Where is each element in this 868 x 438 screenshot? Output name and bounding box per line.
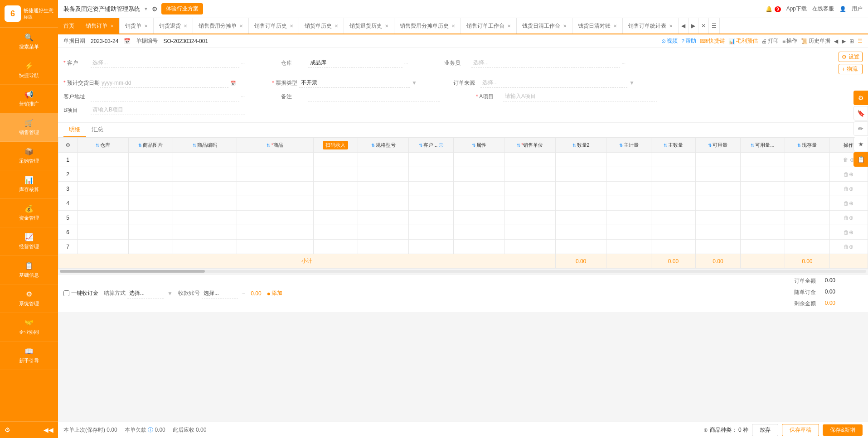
row-qty2[interactable] bbox=[555, 196, 606, 211]
settings-gear-icon[interactable]: ⚙ bbox=[152, 5, 158, 13]
nav-prev-icon[interactable]: ◀ bbox=[834, 38, 838, 44]
row-mqty[interactable] bbox=[651, 240, 695, 254]
tab-home[interactable]: 首页 bbox=[58, 18, 80, 34]
add-payment-btn[interactable]: ● 添加 bbox=[267, 289, 282, 297]
row-munit[interactable] bbox=[606, 167, 651, 182]
customer-more-icon[interactable]: ··· bbox=[241, 61, 245, 66]
row-stock[interactable] bbox=[785, 196, 829, 211]
row-warehouse[interactable] bbox=[78, 167, 129, 182]
sort-warehouse-icon[interactable]: ⇅ bbox=[96, 143, 99, 148]
row-ccode[interactable] bbox=[409, 211, 453, 225]
order-source-input[interactable]: 选择... bbox=[480, 78, 627, 88]
delete-row-icon[interactable]: 🗑 bbox=[844, 244, 849, 250]
row-image[interactable] bbox=[128, 196, 173, 211]
print-btn[interactable]: 🖨 打印 bbox=[761, 37, 779, 45]
row-warehouse[interactable] bbox=[78, 196, 129, 211]
delete-row-icon[interactable]: 🗑 bbox=[844, 215, 849, 221]
row-available[interactable] bbox=[696, 153, 740, 167]
row-code[interactable] bbox=[173, 211, 237, 225]
salesperson-more-icon[interactable]: ··· bbox=[622, 61, 626, 66]
row-spec[interactable] bbox=[358, 225, 409, 240]
tab-sales-goods[interactable]: 销货单 ✕ bbox=[120, 18, 154, 34]
row-image[interactable] bbox=[128, 167, 173, 182]
row-attribute[interactable] bbox=[453, 182, 504, 196]
help-btn[interactable]: ? 帮助 bbox=[681, 37, 696, 45]
delivery-date-input[interactable]: yyyy-mm-dd bbox=[100, 78, 228, 88]
one-click-payment-checkbox[interactable]: 一键收订金 bbox=[63, 289, 98, 297]
calendar-icon[interactable]: 📅 bbox=[124, 38, 131, 44]
row-attribute[interactable] bbox=[453, 211, 504, 225]
delete-row-icon[interactable]: 🗑 bbox=[843, 157, 849, 163]
row-ccode[interactable] bbox=[409, 182, 453, 196]
tab-return-history[interactable]: 销货退货历史 ✕ bbox=[344, 18, 394, 34]
row-code[interactable] bbox=[173, 167, 237, 182]
row-mqty[interactable] bbox=[651, 182, 695, 196]
remarks-input[interactable] bbox=[308, 91, 440, 101]
tab-close-icon[interactable]: ✕ bbox=[563, 24, 567, 29]
row-sunit[interactable] bbox=[504, 153, 556, 167]
row-ccode[interactable] bbox=[409, 167, 453, 182]
row-product[interactable] bbox=[237, 225, 313, 240]
date-value[interactable]: 2023-03-24 bbox=[91, 38, 118, 44]
sidebar-item-guide[interactable]: 📖 新手引导 bbox=[0, 342, 58, 370]
operation-btn[interactable]: ≡ 操作 bbox=[782, 37, 797, 45]
tab-close-icon[interactable]: ✕ bbox=[669, 24, 673, 29]
row-available[interactable] bbox=[696, 240, 740, 254]
row-spec[interactable] bbox=[358, 196, 409, 211]
history-btn[interactable]: 📜 历史单据 bbox=[801, 37, 830, 45]
row-scan[interactable] bbox=[313, 167, 358, 182]
row-stock[interactable] bbox=[785, 167, 829, 182]
industry-btn[interactable]: 体验行业方案 bbox=[161, 3, 203, 14]
row-spec[interactable] bbox=[358, 240, 409, 254]
row-available[interactable] bbox=[696, 225, 740, 240]
tab-expense-history[interactable]: 销售费用分摊单历史 ✕ bbox=[394, 18, 461, 34]
row-image[interactable] bbox=[128, 182, 173, 196]
invoice-type-arrow-icon[interactable]: ▼ bbox=[412, 80, 417, 86]
th-settings[interactable]: ⚙ bbox=[58, 138, 78, 153]
row-attribute[interactable] bbox=[453, 167, 504, 182]
row-mqty[interactable] bbox=[651, 167, 695, 182]
tab-order-workbench[interactable]: 销售订单工作台 ✕ bbox=[461, 18, 517, 34]
delivery-date-calendar-icon[interactable]: 📅 bbox=[230, 81, 236, 86]
warehouse-more-icon[interactable]: ··· bbox=[404, 61, 408, 66]
row-available[interactable] bbox=[696, 167, 740, 182]
sidebar-item-finance[interactable]: 💰 资金管理 bbox=[0, 199, 58, 227]
nav-next-icon[interactable]: ▶ bbox=[842, 38, 846, 44]
title-dropdown-icon[interactable]: ▼ bbox=[144, 6, 148, 11]
row-product[interactable] bbox=[237, 211, 313, 225]
row-munit[interactable] bbox=[606, 153, 651, 167]
row-available[interactable] bbox=[696, 211, 740, 225]
one-click-checkbox-input[interactable] bbox=[63, 290, 69, 296]
sidebar-item-inventory[interactable]: 📊 库存核算 bbox=[0, 170, 58, 199]
save-draft-btn[interactable]: 保存草稿 bbox=[782, 424, 819, 436]
row-spec[interactable] bbox=[358, 153, 409, 167]
row-mqty[interactable] bbox=[651, 211, 695, 225]
row-image[interactable] bbox=[128, 211, 173, 225]
tab-close-icon[interactable]: ✕ bbox=[110, 24, 114, 29]
tab-sales-expense[interactable]: 销售费用分摊单 ✕ bbox=[193, 18, 249, 34]
horizontal-scrollbar[interactable] bbox=[58, 269, 868, 274]
sidebar-item-purchase[interactable]: 📦 采购管理 bbox=[0, 142, 58, 170]
row-image[interactable] bbox=[128, 240, 173, 254]
row-attribute[interactable] bbox=[453, 240, 504, 254]
tab-cash-workbench[interactable]: 钱货日清工作台 ✕ bbox=[517, 18, 572, 34]
copy-row-icon[interactable]: ⊕ bbox=[849, 229, 853, 236]
delete-row-icon[interactable]: 🗑 bbox=[844, 186, 849, 192]
sort-avail2-icon[interactable]: ⇅ bbox=[751, 143, 754, 148]
row-sunit[interactable] bbox=[504, 240, 556, 254]
row-warehouse[interactable] bbox=[78, 211, 129, 225]
tab-close-icon[interactable]: ✕ bbox=[335, 24, 338, 29]
tab-next-icon[interactable]: ▶ bbox=[689, 18, 698, 34]
row-stock[interactable] bbox=[785, 240, 829, 254]
row-available2[interactable] bbox=[740, 167, 785, 182]
tab-close-icon[interactable]: ✕ bbox=[507, 24, 511, 29]
profit-btn[interactable]: 📊 毛利预估 bbox=[728, 37, 758, 45]
account-more-icon[interactable]: ··· bbox=[242, 291, 245, 296]
tab-close-icon[interactable]: ✕ bbox=[239, 24, 243, 29]
float-bookmark-btn[interactable]: 🔖 bbox=[853, 106, 868, 120]
row-scan[interactable] bbox=[313, 196, 358, 211]
row-mqty[interactable] bbox=[651, 225, 695, 240]
info-icon[interactable]: ⓘ bbox=[439, 143, 443, 148]
b-project-input[interactable]: 请输入B项目 bbox=[91, 105, 245, 115]
row-available2[interactable] bbox=[740, 240, 785, 254]
